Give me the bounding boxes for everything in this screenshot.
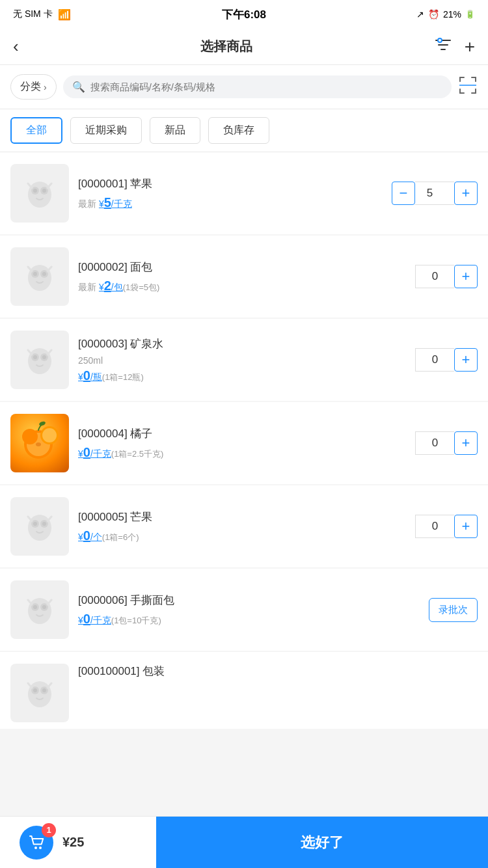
svg-point-50	[34, 847, 37, 849]
quantity-input[interactable]	[415, 182, 454, 205]
product-name: [0000002] 面包	[78, 260, 406, 275]
scan-icon[interactable]	[458, 75, 478, 99]
confirm-button[interactable]: 选好了	[156, 817, 488, 869]
price-note: (1箱=12瓶)	[102, 372, 144, 382]
product-image	[10, 497, 69, 556]
product-info: [000100001] 包装	[78, 664, 478, 683]
price-unit: /千克	[90, 615, 111, 625]
svg-point-13	[28, 182, 51, 208]
product-name: [0000006] 手撕面包	[78, 593, 420, 608]
price-unit: /千克	[90, 448, 111, 459]
price-currency: ¥	[99, 282, 104, 292]
search-wrapper: 🔍	[63, 75, 452, 98]
svg-point-39	[42, 522, 46, 526]
status-bar: 无 SIM 卡 📶 下午6:08 ↗ ⏰ 21% 🔋	[0, 0, 488, 29]
category-button[interactable]: 分类 ›	[10, 74, 57, 100]
product-info: [0000004] 橘子 ¥0/千克(1箱=2.5千克)	[78, 426, 406, 460]
product-image	[10, 331, 69, 389]
quantity-plus-button[interactable]: +	[454, 431, 478, 455]
price-unit: /个	[90, 532, 102, 542]
price-prefix: 最新	[78, 282, 99, 292]
category-label: 分类	[20, 80, 41, 94]
product-name: [0000005] 芒果	[78, 509, 406, 524]
quantity-minus-button[interactable]: −	[392, 182, 415, 205]
status-time: 下午6:08	[222, 7, 266, 22]
svg-point-16	[33, 189, 37, 193]
svg-point-27	[42, 355, 46, 359]
price-prefix: 最新	[78, 198, 99, 209]
product-name: [0000004] 橘子	[78, 426, 406, 441]
price-unit: /包	[111, 282, 123, 292]
svg-point-48	[33, 688, 37, 692]
product-image	[10, 580, 69, 639]
tab-all[interactable]: 全部	[10, 117, 62, 144]
list-item: [0000003] 矿泉水 250ml ¥0/瓶(1箱=12瓶) 0 +	[0, 319, 488, 401]
product-info: [0000001] 苹果 最新 ¥5/千克	[78, 176, 383, 210]
price-unit: /瓶	[90, 372, 102, 382]
svg-point-40	[28, 598, 51, 624]
price-value: 0	[83, 528, 90, 543]
nav-bar: ‹ 选择商品 +	[0, 29, 488, 65]
product-info: [0000003] 矿泉水 250ml ¥0/瓶(1箱=12瓶)	[78, 336, 406, 383]
filter-icon[interactable]	[435, 38, 452, 56]
svg-point-43	[33, 605, 37, 609]
batch-button[interactable]: 录批次	[429, 598, 478, 622]
quantity-control: 0 +	[415, 348, 478, 372]
quantity-plus-button[interactable]: +	[454, 515, 478, 538]
list-item: [0000001] 苹果 最新 ¥5/千克 − +	[0, 152, 488, 234]
price-value: 5	[104, 195, 111, 210]
price-currency: ¥	[78, 448, 83, 459]
tab-recent[interactable]: 近期采购	[70, 117, 142, 144]
add-icon[interactable]: +	[465, 36, 475, 57]
tab-bar: 全部 近期采购 新品 负库存	[0, 109, 488, 152]
price-value: 0	[83, 368, 90, 383]
svg-point-44	[42, 605, 46, 609]
price-currency: ¥	[99, 198, 104, 209]
price-currency: ¥	[78, 615, 83, 625]
product-spec: 250ml	[78, 355, 406, 366]
price-value: 0	[83, 445, 90, 459]
price-currency: ¥	[78, 372, 83, 382]
search-input[interactable]	[90, 81, 442, 92]
search-icon: 🔍	[72, 81, 85, 93]
list-item: [0000004] 橘子 ¥0/千克(1箱=2.5千克) 0 +	[0, 402, 488, 484]
quantity-display: 0	[415, 265, 454, 288]
product-info: [0000002] 面包 最新 ¥2/包(1袋=5包)	[78, 260, 406, 293]
battery-label: 21%	[443, 9, 461, 20]
quantity-display: 0	[415, 348, 454, 372]
product-price: 最新 ¥5/千克	[78, 195, 383, 210]
back-button[interactable]: ‹	[13, 36, 19, 57]
svg-point-32	[22, 429, 38, 444]
chevron-right-icon: ›	[44, 82, 47, 92]
tab-new[interactable]: 新品	[150, 117, 200, 144]
product-image	[10, 414, 69, 472]
svg-point-22	[42, 272, 46, 276]
price-value: 0	[83, 612, 90, 626]
svg-rect-9	[459, 88, 461, 94]
wifi-icon: 📶	[58, 8, 71, 21]
quantity-plus-button[interactable]: +	[454, 182, 478, 205]
svg-point-18	[28, 265, 51, 291]
list-item: [0000006] 手撕面包 ¥0/千克(1包=10千克) 录批次	[0, 569, 488, 651]
quantity-plus-button[interactable]: +	[454, 348, 478, 372]
quantity-plus-button[interactable]: +	[454, 265, 478, 288]
quantity-control: − +	[392, 182, 478, 205]
list-item: [0000002] 面包 最新 ¥2/包(1袋=5包) 0 +	[0, 236, 488, 318]
product-price: ¥0/瓶(1箱=12瓶)	[78, 368, 406, 383]
nav-actions: +	[435, 36, 475, 57]
page-title: 选择商品	[200, 38, 252, 55]
location-icon: ↗	[416, 9, 424, 20]
battery-icon: 🔋	[465, 10, 475, 19]
svg-rect-5	[459, 77, 461, 82]
svg-point-45	[28, 681, 51, 707]
product-price: ¥0/个(1箱=6个)	[78, 528, 406, 543]
quantity-display: 0	[415, 431, 454, 455]
product-name: [0000003] 矿泉水	[78, 336, 406, 351]
product-image	[10, 247, 69, 306]
status-carrier: 无 SIM 卡 📶	[13, 8, 71, 21]
product-price: 最新 ¥2/包(1袋=5包)	[78, 278, 406, 293]
tab-negative[interactable]: 负库存	[208, 117, 269, 144]
cart-total: ¥25	[62, 835, 84, 850]
cart-button[interactable]: 1	[20, 826, 53, 860]
svg-point-34	[38, 420, 46, 426]
